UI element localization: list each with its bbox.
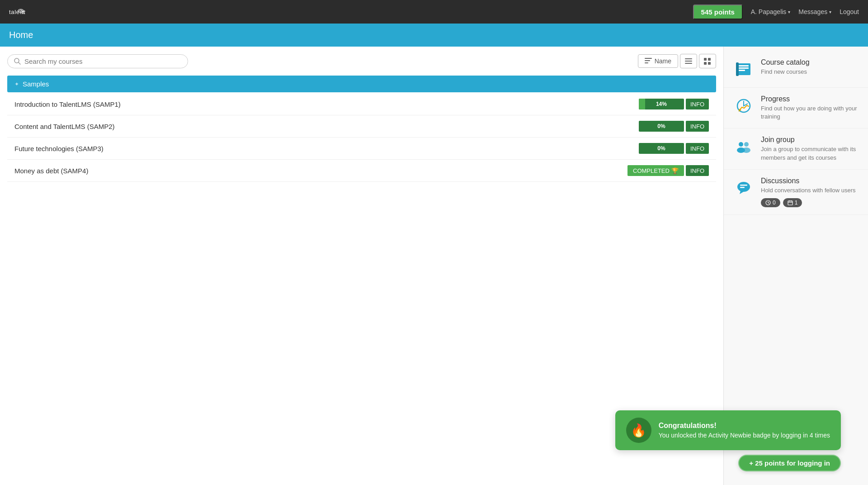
user-caret-icon: ▾ — [788, 10, 790, 14]
svg-rect-7 — [645, 62, 648, 63]
progress-text: 0% — [639, 123, 684, 129]
group-name: Samples — [23, 80, 49, 88]
discussions-text: Discussions Hold conversations with fell… — [761, 177, 856, 207]
course-row[interactable]: Content and TalentLMS (SAMP2) 0% INFO — [7, 115, 716, 138]
discussions-time-badge: 0 — [761, 198, 780, 207]
sort-by-name-button[interactable]: Name — [638, 54, 678, 68]
svg-rect-9 — [685, 61, 692, 62]
progress-text: Progress Find out how you are doing with… — [761, 95, 859, 121]
progress-desc: Find out how you are doing with your tra… — [761, 105, 859, 121]
page-header: Home — [0, 24, 868, 47]
trophy-icon: 🏆 — [671, 167, 679, 174]
svg-rect-29 — [740, 187, 745, 188]
progress-bar: 0% — [639, 121, 684, 132]
sidebar-item-progress[interactable]: Progress Find out how you are doing with… — [724, 88, 868, 128]
toast-points: + 25 points for logging in — [738, 455, 841, 471]
info-button[interactable]: INFO — [686, 143, 709, 154]
info-button[interactable]: INFO — [686, 99, 709, 109]
svg-rect-28 — [740, 185, 747, 186]
badge-flame-icon: 🔥 — [626, 418, 651, 443]
svg-point-23 — [744, 142, 749, 147]
completed-button[interactable]: COMPLETED 🏆 — [627, 165, 684, 176]
course-catalog-text: Course catalog Find new courses — [761, 58, 810, 76]
course-actions: 14% INFO — [639, 99, 709, 109]
search-icon — [14, 57, 21, 65]
course-name: Introduction to TalentLMS (SAMP1) — [14, 100, 121, 108]
search-input[interactable] — [24, 57, 181, 65]
messages-caret-icon: ▾ — [829, 10, 831, 14]
sort-icon — [645, 58, 652, 64]
list-view-button[interactable] — [680, 54, 697, 68]
info-button[interactable]: INFO — [686, 165, 709, 176]
course-name: Content and TalentLMS (SAMP2) — [14, 123, 115, 130]
discussions-icon — [733, 177, 755, 199]
progress-text: 0% — [639, 145, 684, 152]
grid-view-button[interactable] — [699, 54, 716, 68]
svg-rect-11 — [704, 58, 707, 61]
discussions-badges: 0 1 — [761, 198, 856, 207]
course-row[interactable]: Money as debt (SAMP4) COMPLETED 🏆 INFO — [7, 160, 716, 182]
toast-title: Congratulations! — [659, 422, 830, 430]
svg-rect-5 — [645, 58, 652, 59]
sidebar-item-course-catalog[interactable]: Course catalog Find new courses — [724, 51, 868, 88]
top-navigation: talent lms talent lms 545 points A. Papa… — [0, 0, 868, 24]
svg-rect-6 — [645, 60, 650, 61]
progress-bar: 0% — [639, 143, 684, 154]
congrats-toast: 🔥 Congratulations! You unlocked the Acti… — [615, 410, 841, 450]
course-actions: 0% INFO — [639, 143, 709, 154]
course-row[interactable]: Introduction to TalentLMS (SAMP1) 14% IN… — [7, 93, 716, 115]
info-button[interactable]: INFO — [686, 121, 709, 132]
course-name: Money as debt (SAMP4) — [14, 167, 88, 175]
completed-label: COMPLETED — [633, 167, 670, 174]
logo: talent lms talent lms — [9, 7, 25, 17]
course-list: Introduction to TalentLMS (SAMP1) 14% IN… — [7, 93, 716, 182]
svg-point-22 — [739, 142, 743, 147]
svg-rect-19 — [736, 62, 739, 76]
svg-rect-13 — [704, 62, 707, 65]
points-badge[interactable]: 545 points — [693, 5, 743, 19]
grid-view-icon — [704, 58, 711, 65]
list-view-icon — [685, 58, 692, 65]
course-catalog-title: Course catalog — [761, 58, 810, 67]
svg-rect-33 — [788, 201, 793, 205]
page-title: Home — [9, 30, 33, 40]
discussions-calendar-badge: 1 — [783, 198, 802, 207]
join-group-icon — [733, 136, 755, 157]
course-actions: COMPLETED 🏆 INFO — [627, 165, 709, 176]
svg-line-32 — [768, 203, 769, 204]
svg-rect-15 — [737, 63, 750, 75]
svg-rect-12 — [708, 58, 711, 61]
user-menu[interactable]: A. Papagelis ▾ — [751, 8, 791, 15]
drag-handle-icon: ✦ — [14, 81, 19, 87]
join-group-text: Join group Join a group to communicate w… — [761, 136, 859, 162]
sidebar-item-discussions[interactable]: Discussions Hold conversations with fell… — [724, 170, 868, 215]
logo-icon: talent lms — [9, 7, 25, 17]
progress-icon — [733, 95, 755, 117]
group-header: ✦ Samples — [7, 76, 716, 92]
topnav-right-section: 545 points A. Papagelis ▾ Messages ▾ Log… — [693, 5, 859, 19]
course-catalog-icon — [733, 58, 755, 80]
svg-rect-14 — [708, 62, 711, 65]
sidebar-item-join-group[interactable]: Join group Join a group to communicate w… — [724, 128, 868, 169]
svg-rect-17 — [739, 67, 749, 69]
course-catalog-desc: Find new courses — [761, 68, 810, 76]
svg-rect-8 — [685, 58, 692, 59]
progress-text: 14% — [639, 101, 684, 107]
svg-text:lms: lms — [21, 9, 25, 15]
course-row[interactable]: Future technologies (SAMP3) 0% INFO — [7, 138, 716, 160]
messages-menu[interactable]: Messages ▾ — [798, 8, 831, 15]
svg-line-4 — [19, 62, 20, 64]
sort-label: Name — [655, 57, 671, 65]
discussions-title: Discussions — [761, 177, 856, 185]
join-group-title: Join group — [761, 136, 859, 144]
svg-rect-16 — [739, 65, 749, 67]
logout-button[interactable]: Logout — [840, 8, 859, 15]
progress-bar: 14% — [639, 99, 684, 109]
svg-marker-27 — [740, 191, 744, 194]
search-bar[interactable] — [7, 54, 188, 68]
course-actions: 0% INFO — [639, 121, 709, 132]
progress-title: Progress — [761, 95, 859, 103]
svg-rect-18 — [739, 70, 745, 71]
user-label: A. Papagelis — [751, 8, 787, 15]
svg-rect-10 — [685, 63, 692, 64]
